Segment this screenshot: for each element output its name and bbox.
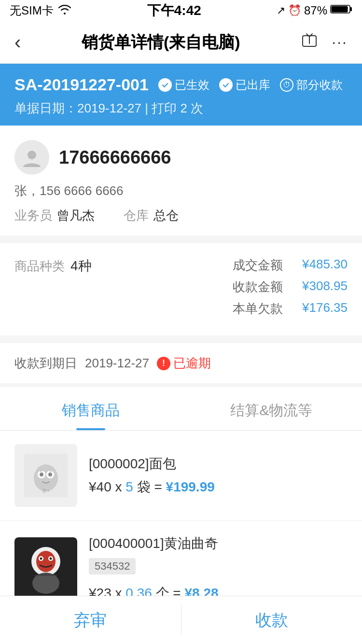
- badge-shipped: 已出库: [219, 77, 270, 93]
- warehouse-value: 总仓: [153, 207, 179, 224]
- tabs-section: 销售商品 结算&物流等 兽+: [0, 387, 362, 616]
- order-id: SA-20191227-001: [14, 75, 149, 94]
- status-right: ↗ ⏰ 87%: [277, 4, 352, 17]
- product-info-1: [0000002]面包 ¥40 x 5 袋 = ¥199.99: [89, 455, 348, 496]
- customer-id: 17666666666: [59, 147, 171, 168]
- cancel-review-button[interactable]: 弃审: [0, 596, 181, 644]
- tabs-row: 销售商品 结算&物流等: [0, 387, 362, 431]
- badge-partial-payment: ⏱ 部分收款: [280, 77, 343, 93]
- svg-text:兽+: 兽+: [42, 488, 50, 493]
- svg-point-7: [34, 464, 58, 491]
- svg-point-18: [40, 557, 42, 560]
- tab-settlement[interactable]: 结算&物流等: [181, 387, 362, 430]
- product-info-2: [000400001]黄油曲奇 534532 ¥23 x 0.36 个 = ¥8…: [89, 534, 348, 602]
- product-name-1: [0000002]面包: [89, 455, 348, 473]
- battery-label: 87%: [304, 4, 327, 17]
- customer-avatar: [14, 140, 49, 175]
- svg-rect-1: [350, 7, 352, 11]
- product-image-2: [14, 537, 77, 600]
- received-label: 收款金额: [233, 279, 283, 295]
- owed-label: 本单欠款: [233, 300, 283, 317]
- product-qty-1: 5: [125, 479, 133, 494]
- status-left: 无SIM卡: [10, 3, 72, 18]
- order-header-banner: SA-20191227-001 已生效 已出库 ⏱ 部分收款 单据日期：2019…: [0, 64, 362, 126]
- due-date: 2019-12-27: [85, 356, 149, 371]
- product-item-1[interactable]: 兽+ [0000002]面包 ¥40 x 5 袋 = ¥199.99: [0, 431, 362, 521]
- financial-stats: 成交金额 ¥485.30 收款金额 ¥308.95 本单欠款 ¥176.35: [233, 257, 348, 322]
- product-list: 兽+ [0000002]面包 ¥40 x 5 袋 = ¥199.99: [0, 431, 362, 616]
- received-value: ¥308.95: [302, 279, 348, 295]
- amount-label: 成交金额: [233, 257, 283, 274]
- order-date: 单据日期：2019-12-27 | 打印 2 次: [14, 100, 348, 117]
- amount-value: ¥485.30: [302, 257, 348, 274]
- svg-point-10: [40, 473, 43, 476]
- badge-effective: 已生效: [158, 77, 209, 93]
- product-total-1: ¥199.99: [166, 479, 215, 494]
- product-price-1: ¥40 x 5 袋 = ¥199.99: [89, 478, 348, 496]
- more-icon[interactable]: ···: [332, 33, 348, 51]
- product-image-1: 兽+: [14, 444, 77, 507]
- svg-rect-2: [331, 6, 348, 13]
- due-section: 收款到期日 2019-12-27 ! 已逾期: [0, 343, 362, 387]
- sales-label: 业务员: [14, 207, 52, 224]
- location-icon: ↗: [277, 4, 285, 17]
- nav-actions: ···: [301, 32, 348, 53]
- tab-sales-products[interactable]: 销售商品: [0, 387, 181, 430]
- product-sku-2: 534532: [89, 558, 136, 574]
- battery-icon: [330, 4, 352, 17]
- due-label: 收款到期日: [14, 355, 77, 372]
- svg-point-5: [28, 151, 36, 159]
- collect-payment-button[interactable]: 收款: [181, 596, 362, 644]
- page-title: 销货单详情(来自电脑): [82, 31, 240, 54]
- warehouse-label: 仓库: [124, 207, 149, 224]
- status-time: 下午4:42: [147, 1, 201, 20]
- product-name-2: [000400001]黄油曲奇: [89, 534, 348, 553]
- nav-bar: ‹ 销货单详情(来自电脑) ···: [0, 21, 362, 64]
- customer-contact: 张，156 6666 6666: [14, 182, 348, 199]
- customer-section: 17666666666 张，156 6666 6666 业务员 曾凡杰 仓库 总…: [0, 126, 362, 236]
- overdue-icon: !: [157, 357, 170, 370]
- category-value: 4种: [70, 257, 92, 275]
- overdue-badge: ! 已逾期: [157, 355, 211, 372]
- svg-point-11: [48, 473, 52, 476]
- customer-meta: 业务员 曾凡杰 仓库 总仓: [14, 207, 348, 224]
- share-icon[interactable]: [301, 32, 318, 53]
- bottom-bar: 弃审 收款: [0, 596, 362, 644]
- alarm-icon: ⏰: [288, 4, 301, 17]
- wifi-icon: [57, 4, 72, 17]
- svg-point-15: [36, 551, 56, 572]
- owed-value: ¥176.35: [302, 300, 348, 317]
- stats-section: 商品种类 4种 成交金额 ¥485.30 收款金额 ¥308.95 本单欠款 ¥…: [0, 243, 362, 336]
- category-label: 商品种类: [14, 258, 65, 275]
- sales-value: 曾凡杰: [57, 207, 95, 224]
- status-bar: 无SIM卡 下午4:42 ↗ ⏰ 87%: [0, 0, 362, 21]
- back-button[interactable]: ‹: [14, 31, 21, 53]
- overdue-text: 已逾期: [173, 355, 211, 372]
- svg-point-19: [50, 557, 52, 560]
- carrier-label: 无SIM卡: [10, 3, 54, 18]
